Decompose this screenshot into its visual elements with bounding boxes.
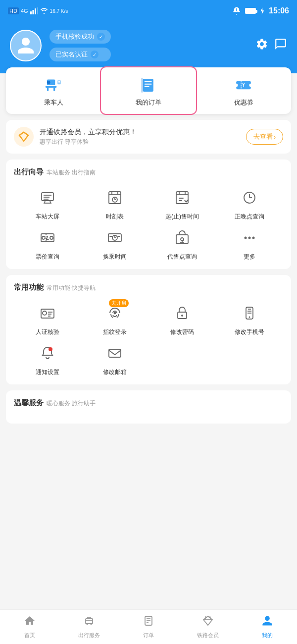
transfer-time-item[interactable]: 换乘时间 xyxy=(81,227,148,261)
svg-rect-2 xyxy=(35,8,36,14)
gear-icon xyxy=(255,38,268,51)
quick-action-myorder[interactable]: 我的订单 xyxy=(100,66,197,115)
svg-point-45 xyxy=(50,236,53,239)
svg-rect-72 xyxy=(86,619,93,624)
quick-action-coupon[interactable]: ¥ 优惠券 xyxy=(196,67,291,114)
svg-point-52 xyxy=(181,238,184,241)
common-functions-title: 常用功能 xyxy=(14,283,44,292)
svg-point-64 xyxy=(181,315,183,317)
travel-guide-title: 出行向导 xyxy=(14,167,44,177)
svg-rect-16 xyxy=(141,78,143,92)
change-email-item[interactable]: 修改邮箱 xyxy=(81,342,148,376)
wifi-icon xyxy=(40,7,48,14)
change-phone-item[interactable]: 修改手机号 xyxy=(216,302,283,336)
svg-point-77 xyxy=(87,624,88,625)
promo-subtitle: 惠享出行 尊享体验 xyxy=(40,138,240,146)
promo-gem-icon xyxy=(14,127,34,147)
travel-nav-icon xyxy=(83,615,95,630)
avatar[interactable] xyxy=(10,30,42,61)
timetable-item[interactable]: 时刻表 xyxy=(81,187,148,221)
status-right: 15:06 xyxy=(232,6,289,15)
home-nav-label: 首页 xyxy=(24,632,35,639)
travel-guide-header: 出行向导 车站服务 出行指南 xyxy=(14,167,283,179)
svg-rect-14 xyxy=(145,84,152,85)
svg-rect-13 xyxy=(145,81,152,82)
phone-icon xyxy=(239,302,260,324)
settings-button[interactable] xyxy=(255,38,268,54)
more-icon xyxy=(239,227,260,249)
nav-order[interactable]: 订单 xyxy=(119,610,178,644)
lock-icon xyxy=(171,302,193,324)
svg-point-54 xyxy=(245,237,247,239)
header-actions xyxy=(255,38,287,54)
svg-point-18 xyxy=(235,84,238,87)
fingerprint-item[interactable]: 去开启 指纹登录 xyxy=(81,302,148,336)
svg-rect-71 xyxy=(109,349,121,357)
warm-service-subtitle: 暖心服务 旅行助手 xyxy=(47,399,96,408)
warm-service-title: 温馨服务 xyxy=(14,398,44,408)
svg-rect-6 xyxy=(46,86,57,88)
timetable-icon xyxy=(104,187,126,209)
common-functions-header: 常用功能 常用功能 快捷导航 xyxy=(14,283,283,294)
order-nav-label: 订单 xyxy=(143,632,154,639)
sale-time-icon xyxy=(171,187,193,209)
more-item[interactable]: 更多 xyxy=(216,227,283,261)
email-icon xyxy=(104,342,126,364)
promo-title: 开通铁路会员，立享积分优惠！ xyxy=(40,128,240,137)
nav-home[interactable]: 首页 xyxy=(0,610,59,644)
passenger-icon xyxy=(45,76,62,94)
promo-button[interactable]: 去查看 › xyxy=(246,129,283,145)
coupon-icon: ¥ xyxy=(235,76,252,94)
svg-rect-9 xyxy=(57,80,61,84)
change-pwd-item[interactable]: 修改密码 xyxy=(148,302,216,336)
punctuality-item[interactable]: 正晚点查询 xyxy=(216,187,283,221)
realname-check-icon: ✓ xyxy=(91,51,99,58)
lightning-icon xyxy=(260,7,265,14)
svg-rect-1 xyxy=(32,10,34,14)
message-icon xyxy=(274,38,287,51)
quick-actions-card: 乘车人 我的订单 ¥ 优惠券 xyxy=(6,67,291,114)
realname-verified-badge: 已实名认证 ✓ xyxy=(50,48,111,61)
transfer-icon xyxy=(104,227,126,249)
signal-icon xyxy=(30,7,38,14)
quick-action-passenger[interactable]: 乘车人 xyxy=(6,67,101,114)
svg-rect-43 xyxy=(41,234,54,242)
notification-item[interactable]: 通知设置 xyxy=(14,342,81,376)
travel-guide-grid: 车站大屏 时刻表 xyxy=(14,187,283,261)
id-verify-item[interactable]: 人证核验 xyxy=(14,302,81,336)
agent-item[interactable]: 代售点查询 xyxy=(148,227,216,261)
nav-mine[interactable]: 我的 xyxy=(238,610,297,644)
svg-rect-3 xyxy=(37,7,38,14)
bell-icon xyxy=(37,342,58,364)
station-screen-item[interactable]: 车站大屏 xyxy=(14,187,81,221)
person-nav-icon xyxy=(261,615,273,630)
warm-service-section: 温馨服务 暖心服务 旅行助手 xyxy=(6,390,291,424)
diamond-nav-icon xyxy=(202,615,214,630)
svg-point-78 xyxy=(91,624,92,625)
change-phone-label: 修改手机号 xyxy=(235,328,264,336)
home-nav-icon xyxy=(24,615,36,630)
mine-nav-label: 我的 xyxy=(262,632,273,639)
nav-member[interactable]: 铁路会员 xyxy=(178,610,238,644)
sale-time-label: 起(止)售时间 xyxy=(165,213,199,221)
id-verify-label: 人证核验 xyxy=(36,328,59,336)
svg-point-5 xyxy=(47,81,50,84)
svg-rect-12 xyxy=(143,79,153,92)
message-button[interactable] xyxy=(274,38,287,54)
sale-time-item[interactable]: 起(止)售时间 xyxy=(148,187,216,221)
svg-point-67 xyxy=(249,317,250,318)
svg-point-44 xyxy=(42,236,45,239)
svg-rect-0 xyxy=(30,11,32,14)
member-nav-label: 铁路会员 xyxy=(197,632,219,639)
nav-travel[interactable]: 出行服务 xyxy=(59,610,119,644)
fingerprint-label: 指纹登录 xyxy=(103,328,127,336)
hd-label: HD xyxy=(8,7,19,14)
svg-line-84 xyxy=(205,616,206,620)
ticket-price-item[interactable]: 票价查询 xyxy=(14,227,81,261)
svg-text:¥: ¥ xyxy=(242,82,245,88)
more-label: 更多 xyxy=(244,253,255,261)
timetable-label: 时刻表 xyxy=(106,213,124,221)
svg-point-56 xyxy=(252,237,255,239)
phone-check-icon: ✓ xyxy=(97,33,105,41)
svg-rect-7 xyxy=(47,88,49,91)
